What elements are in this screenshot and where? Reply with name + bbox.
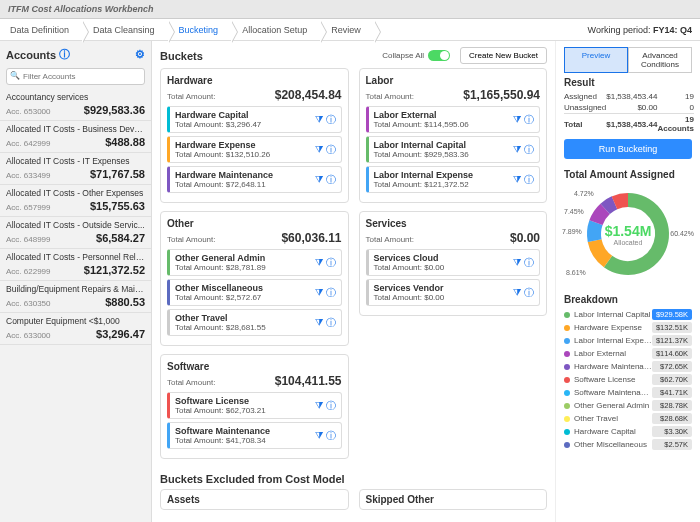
info-icon[interactable]: ⓘ bbox=[524, 143, 534, 157]
account-item[interactable]: Allocated IT Costs - Business Devel...Ac… bbox=[0, 121, 151, 153]
filter-icon[interactable]: ⧩ bbox=[513, 144, 521, 156]
wizard-step[interactable]: Review bbox=[321, 21, 375, 39]
filter-icon[interactable]: ⧩ bbox=[513, 174, 521, 186]
account-name: Computer Equipment <$1,000 bbox=[6, 316, 145, 326]
info-icon[interactable]: ⓘ bbox=[524, 173, 534, 187]
info-icon[interactable]: ⓘ bbox=[326, 256, 336, 270]
wizard-step[interactable]: Data Definition bbox=[0, 21, 83, 39]
info-icon[interactable]: ⓘ bbox=[326, 143, 336, 157]
legend-label: Software License bbox=[574, 375, 652, 384]
filter-icon[interactable]: ⧩ bbox=[513, 257, 521, 269]
bucket-item[interactable]: Software MaintenanceTotal Amount: $41,70… bbox=[167, 422, 342, 449]
bucket-item[interactable]: Labor Internal CapitalTotal Amount: $929… bbox=[366, 136, 541, 163]
bucket-item[interactable]: Services VendorTotal Amount: $0.00⧩ⓘ bbox=[366, 279, 541, 306]
bucket-item[interactable]: Services CloudTotal Amount: $0.00⧩ⓘ bbox=[366, 249, 541, 276]
create-bucket-button[interactable]: Create New Bucket bbox=[460, 47, 547, 64]
info-icon[interactable]: ⓘ bbox=[326, 399, 336, 413]
bucket-item[interactable]: Labor Internal ExpenseTotal Amount: $121… bbox=[366, 166, 541, 193]
bucket-item[interactable]: Hardware CapitalTotal Amount: $3,296.47⧩… bbox=[167, 106, 342, 133]
total-assigned-heading: Total Amount Assigned bbox=[564, 169, 692, 180]
bucket-name: Other General Admin bbox=[175, 253, 312, 263]
group-total: $104,411.55 bbox=[275, 374, 342, 388]
legend-row[interactable]: Hardware Capital$3.30K bbox=[564, 426, 692, 437]
bucket-item[interactable]: Hardware MaintenanceTotal Amount: $72,64… bbox=[167, 166, 342, 193]
help-icon[interactable]: ⓘ bbox=[59, 47, 70, 62]
donut-chart: $1.54M Allocated 60.42% 8.61% 7.89% 7.45… bbox=[564, 184, 692, 284]
info-icon[interactable]: ⓘ bbox=[326, 286, 336, 300]
legend-value: $121.37K bbox=[652, 335, 692, 346]
legend-dot-icon bbox=[564, 377, 570, 383]
info-icon[interactable]: ⓘ bbox=[326, 113, 336, 127]
tab-button[interactable]: Preview bbox=[564, 47, 628, 73]
filter-icon[interactable]: ⧩ bbox=[315, 174, 323, 186]
legend-value: $72.65K bbox=[652, 361, 692, 372]
legend-row[interactable]: Hardware Maintenance$72.65K bbox=[564, 361, 692, 372]
account-item[interactable]: Allocated IT Costs - Other ExpensesAcc. … bbox=[0, 185, 151, 217]
info-icon[interactable]: ⓘ bbox=[524, 286, 534, 300]
bucket-group: LaborTotal Amount:$1,165,550.94Labor Ext… bbox=[359, 68, 548, 203]
wizard-step[interactable]: Bucketing bbox=[169, 21, 233, 39]
excluded-bucket[interactable]: Assets bbox=[160, 489, 349, 510]
filter-icon[interactable]: ⧩ bbox=[315, 114, 323, 126]
group-total: $208,454.84 bbox=[275, 88, 342, 102]
filter-icon[interactable]: ⧩ bbox=[315, 257, 323, 269]
info-icon[interactable]: ⓘ bbox=[524, 113, 534, 127]
wizard-step[interactable]: Allocation Setup bbox=[232, 21, 321, 39]
bucket-item[interactable]: Other MiscellaneousTotal Amount: $2,572.… bbox=[167, 279, 342, 306]
legend-value: $114.60K bbox=[652, 348, 692, 359]
account-item[interactable]: Building/Equipment Repairs & Maint...Acc… bbox=[0, 281, 151, 313]
legend-dot-icon bbox=[564, 390, 570, 396]
filter-icon[interactable]: ⧩ bbox=[315, 400, 323, 412]
account-item[interactable]: Accountancy servicesAcc. 653000$929,583.… bbox=[0, 89, 151, 121]
legend-row[interactable]: Other Travel$28.68K bbox=[564, 413, 692, 424]
bucket-name: Hardware Maintenance bbox=[175, 170, 312, 180]
legend-row[interactable]: Labor Internal Capital$929.58K bbox=[564, 309, 692, 320]
legend-row[interactable]: Labor External$114.60K bbox=[564, 348, 692, 359]
bucket-item[interactable]: Other TravelTotal Amount: $28,681.55⧩ⓘ bbox=[167, 309, 342, 336]
bucket-group: OtherTotal Amount:$60,036.11Other Genera… bbox=[160, 211, 349, 346]
info-icon[interactable]: ⓘ bbox=[326, 316, 336, 330]
account-code: Acc. 622999 bbox=[6, 267, 50, 276]
legend-row[interactable]: Labor Internal Expense$121.37K bbox=[564, 335, 692, 346]
excluded-bucket[interactable]: Skipped Other bbox=[359, 489, 548, 510]
bucket-item[interactable]: Other General AdminTotal Amount: $28,781… bbox=[167, 249, 342, 276]
filter-icon[interactable]: ⧩ bbox=[315, 430, 323, 442]
title-bar: ITFM Cost Allocations Workbench bbox=[0, 0, 700, 19]
info-icon[interactable]: ⓘ bbox=[524, 256, 534, 270]
filter-icon[interactable]: ⧩ bbox=[315, 144, 323, 156]
account-amount: $121,372.52 bbox=[84, 264, 145, 276]
legend-row[interactable]: Other Miscellaneous$2.57K bbox=[564, 439, 692, 450]
legend-row[interactable]: Software License$62.70K bbox=[564, 374, 692, 385]
filter-icon[interactable]: ⧩ bbox=[513, 114, 521, 126]
account-code: Acc. 642999 bbox=[6, 139, 50, 148]
legend-dot-icon bbox=[564, 403, 570, 409]
tab-button[interactable]: Advanced Conditions bbox=[628, 47, 692, 73]
account-item[interactable]: Computer Equipment <$1,000Acc. 633000$3,… bbox=[0, 313, 151, 345]
group-title: Labor bbox=[366, 75, 541, 86]
legend-value: $41.71K bbox=[652, 387, 692, 398]
bucket-item[interactable]: Software LicenseTotal Amount: $62,703.21… bbox=[167, 392, 342, 419]
collapse-toggle[interactable] bbox=[428, 50, 450, 61]
run-bucketing-button[interactable]: Run Bucketing bbox=[564, 139, 692, 159]
account-item[interactable]: Allocated IT Costs - IT ExpensesAcc. 633… bbox=[0, 153, 151, 185]
account-name: Allocated IT Costs - Outside Servic... bbox=[6, 220, 145, 230]
filter-icon[interactable]: ⧩ bbox=[315, 287, 323, 299]
result-row: Assigned$1,538,453.4419 bbox=[564, 91, 694, 102]
filter-icon[interactable]: ⧩ bbox=[513, 287, 521, 299]
gear-icon[interactable]: ⚙ bbox=[135, 48, 145, 61]
filter-accounts-input[interactable] bbox=[6, 68, 145, 85]
legend-row[interactable]: Hardware Expense$132.51K bbox=[564, 322, 692, 333]
filter-icon[interactable]: ⧩ bbox=[315, 317, 323, 329]
legend-row[interactable]: Other General Admin$28.78K bbox=[564, 400, 692, 411]
result-row: Unassigned$0.000 bbox=[564, 102, 694, 114]
group-total: $1,165,550.94 bbox=[463, 88, 540, 102]
bucket-item[interactable]: Labor ExternalTotal Amount: $114,595.06⧩… bbox=[366, 106, 541, 133]
wizard-step[interactable]: Data Cleansing bbox=[83, 21, 169, 39]
info-icon[interactable]: ⓘ bbox=[326, 173, 336, 187]
legend-row[interactable]: Software Maintenance$41.71K bbox=[564, 387, 692, 398]
account-item[interactable]: Allocated IT Costs - Outside Servic...Ac… bbox=[0, 217, 151, 249]
bucket-item[interactable]: Hardware ExpenseTotal Amount: $132,510.2… bbox=[167, 136, 342, 163]
info-icon[interactable]: ⓘ bbox=[326, 429, 336, 443]
legend-dot-icon bbox=[564, 429, 570, 435]
account-item[interactable]: Allocated IT Costs - Personnel Relat...A… bbox=[0, 249, 151, 281]
